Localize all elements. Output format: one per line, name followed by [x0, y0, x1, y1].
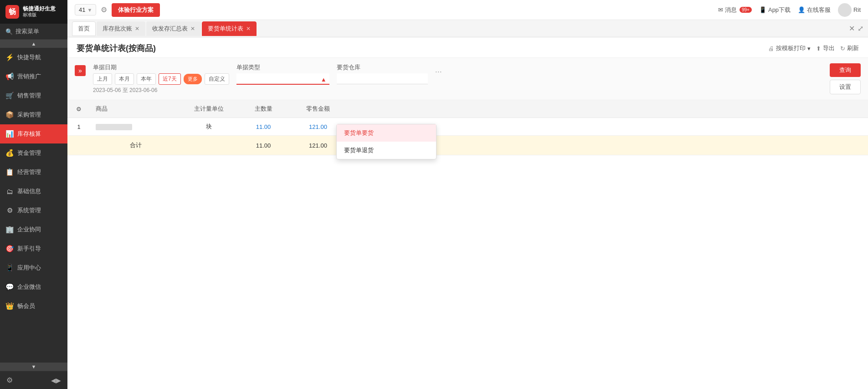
tab-inventory-batch-close[interactable]: ✕ — [135, 26, 139, 32]
sidebar-item-marketing[interactable]: 📢 营销推广 — [0, 67, 67, 86]
sidebar-item-system[interactable]: ⚙ 系统管理 — [0, 201, 67, 220]
system-icon: ⚙ — [5, 206, 14, 215]
tab-close-all[interactable]: ✕ — [849, 24, 855, 33]
sidebar-item-operations[interactable]: 📋 经营管理 — [0, 163, 67, 182]
message-action[interactable]: ✉ 消息 99+ — [718, 6, 752, 14]
sidebar-item-label: 系统管理 — [17, 206, 41, 215]
table-col-amount: 零售金额 — [291, 100, 345, 118]
sidebar-item-inventory[interactable]: 📊 库存核算 — [0, 124, 67, 143]
footer-qty: 11.00 — [236, 136, 291, 155]
export-label: 导出 — [823, 44, 835, 52]
search-icon: 🔍 — [5, 28, 13, 35]
marketing-icon: 📢 — [5, 72, 14, 81]
more-filters-btn[interactable]: ··· — [435, 67, 442, 77]
sidebar-item-wechat[interactable]: 💬 企业微信 — [0, 277, 67, 297]
sidebar-item-label: 营销推广 — [17, 72, 41, 81]
type-select-wrapper: ▲ — [236, 73, 329, 85]
table-row: 1 块 11.00 121.00 — [67, 118, 868, 136]
date-last-month-btn[interactable]: 上月 — [93, 73, 112, 85]
setting-button[interactable]: 设置 — [830, 80, 861, 94]
app-download-action[interactable]: 📱 App下载 — [759, 6, 791, 14]
sidebar-scroll-up[interactable]: ▲ — [0, 40, 67, 48]
date-more-btn[interactable]: 更多 — [184, 74, 202, 84]
sidebar: 畅 畅捷通好生意 标准版 🔍 搜索菜单 ▲ ⚡ 快捷导航 📢 营销推广 🛒 销售… — [0, 0, 67, 389]
sidebar-item-member[interactable]: 👑 畅会员 — [0, 297, 67, 316]
print-chevron-icon: ▾ — [807, 45, 811, 52]
tab-home[interactable]: 首页 — [72, 21, 96, 36]
page-title-bar: 要货单统计表(按商品) 🖨 按模板打印 ▾ ⬆ 导出 ↻ 刷新 — [67, 37, 868, 58]
date-this-month-btn[interactable]: 本月 — [115, 73, 134, 85]
type-filter-label: 单据类型 — [236, 63, 329, 72]
filter-area: » 单据日期 上月 本月 本年 近7天 更多 自定义 2023-05-06 至 … — [67, 58, 868, 100]
settings-gear-icon[interactable]: ⚙ — [101, 5, 107, 14]
sidebar-item-label: 企业协同 — [17, 225, 41, 234]
inventory-icon: 📊 — [5, 130, 14, 138]
table-settings-icon[interactable]: ⚙ — [76, 106, 82, 113]
date-last-7days-btn[interactable]: 近7天 — [159, 73, 181, 85]
member-icon: 👑 — [5, 302, 14, 310]
sidebar-items-list: ⚡ 快捷导航 📢 营销推广 🛒 销售管理 📦 采购管理 📊 库存核算 💰 资金管… — [0, 48, 67, 363]
date-custom-btn[interactable]: 自定义 — [205, 73, 229, 85]
sidebar-settings-icon[interactable]: ⚙ — [6, 376, 13, 384]
row-qty-link[interactable]: 11.00 — [256, 123, 271, 130]
tab-maximize[interactable]: ⤢ — [858, 24, 863, 33]
query-button[interactable]: 查询 — [830, 63, 861, 77]
app-download-icon: 📱 — [759, 6, 766, 13]
enterprise-icon: 🏢 — [5, 225, 14, 234]
print-template-btn[interactable]: 🖨 按模板打印 ▾ — [768, 44, 811, 52]
tabs-bar: 首页 库存批次账 ✕ 收发存汇总表 ✕ 要货单统计表 ✕ ✕ ⤢ — [67, 20, 868, 37]
trial-button[interactable]: 体验行业方案 — [112, 3, 160, 17]
online-service-action[interactable]: 👤 在线客服 — [798, 6, 831, 14]
table-col-goods: 商品 — [90, 100, 181, 118]
user-menu[interactable]: Rit — [838, 3, 861, 17]
tab-order-summary-close[interactable]: ✕ — [246, 26, 251, 32]
warehouse-input[interactable] — [337, 73, 428, 84]
sidebar-item-app-center[interactable]: 📱 应用中心 — [0, 258, 67, 277]
date-quick-buttons: 上月 本月 本年 近7天 更多 自定义 — [93, 73, 229, 85]
beginner-icon: 🎯 — [5, 245, 14, 253]
sidebar-item-quick-nav[interactable]: ⚡ 快捷导航 — [0, 48, 67, 67]
sidebar-item-basic-info[interactable]: 🗂 基础信息 — [0, 182, 67, 201]
wechat-icon: 💬 — [5, 283, 14, 291]
sidebar-item-label: 经营管理 — [17, 168, 41, 176]
table-footer: 合计 11.00 121.00 — [67, 136, 868, 155]
table-body: 1 块 11.00 121.00 — [67, 118, 868, 136]
tab-inventory-batch[interactable]: 库存批次账 ✕ — [97, 21, 145, 36]
filter-action-buttons: 查询 设置 — [830, 63, 861, 94]
sidebar-item-purchase[interactable]: 📦 采购管理 — [0, 105, 67, 124]
page-title: 要货单统计表(按商品) — [77, 43, 156, 54]
tab-order-summary[interactable]: 要货单统计表 ✕ — [202, 21, 257, 36]
sidebar-item-label: 畅会员 — [17, 302, 35, 310]
dropdown-item-order-return[interactable]: 要货单退货 — [337, 142, 436, 159]
sidebar-toggle-icon[interactable]: ◀▶ — [51, 377, 61, 384]
sidebar-item-finance[interactable]: 💰 资金管理 — [0, 143, 67, 163]
type-select-input[interactable] — [236, 73, 329, 85]
filter-fields: 单据日期 上月 本月 本年 近7天 更多 自定义 2023-05-06 至 20… — [93, 63, 822, 94]
sidebar-item-label: 采购管理 — [17, 111, 41, 119]
table-col-settings[interactable]: ⚙ — [67, 100, 90, 118]
page-content: 要货单统计表(按商品) 🖨 按模板打印 ▾ ⬆ 导出 ↻ 刷新 — [67, 37, 868, 389]
sidebar-item-sales[interactable]: 🛒 销售管理 — [0, 86, 67, 105]
tab-receive-summary-close[interactable]: ✕ — [190, 26, 195, 32]
refresh-btn[interactable]: ↻ 刷新 — [840, 44, 859, 52]
sidebar-item-beginner[interactable]: 🎯 新手引导 — [0, 239, 67, 258]
quick-nav-icon: ⚡ — [5, 53, 14, 61]
export-btn[interactable]: ⬆ 导出 — [816, 44, 835, 52]
sidebar-search[interactable]: 🔍 搜索菜单 — [0, 24, 67, 40]
sidebar-item-enterprise[interactable]: 🏢 企业协同 — [0, 220, 67, 239]
date-this-year-btn[interactable]: 本年 — [137, 73, 156, 85]
tab-receive-summary[interactable]: 收发存汇总表 ✕ — [146, 21, 201, 36]
service-label: 在线客服 — [807, 6, 831, 14]
footer-empty-2 — [181, 136, 236, 155]
filter-expand-button[interactable]: » — [75, 65, 86, 76]
dropdown-item-delivery-label: 要货单要货 — [344, 129, 374, 136]
sidebar-scroll-down[interactable]: ▼ — [0, 363, 67, 371]
store-selector[interactable]: 41 ▼ — [75, 4, 96, 15]
row-amount-link[interactable]: 121.00 — [309, 123, 327, 130]
dropdown-item-order-delivery[interactable]: 要货单要货 — [337, 124, 436, 142]
user-name: Rit — [853, 6, 861, 13]
store-name: 41 — [79, 6, 85, 13]
sidebar-bottom: ⚙ ◀▶ — [0, 371, 67, 389]
top-header: 41 ▼ ⚙ 体验行业方案 ✉ 消息 99+ 📱 App下载 👤 在线客服 R — [67, 0, 868, 20]
sidebar-item-label: 新手引导 — [17, 245, 41, 253]
